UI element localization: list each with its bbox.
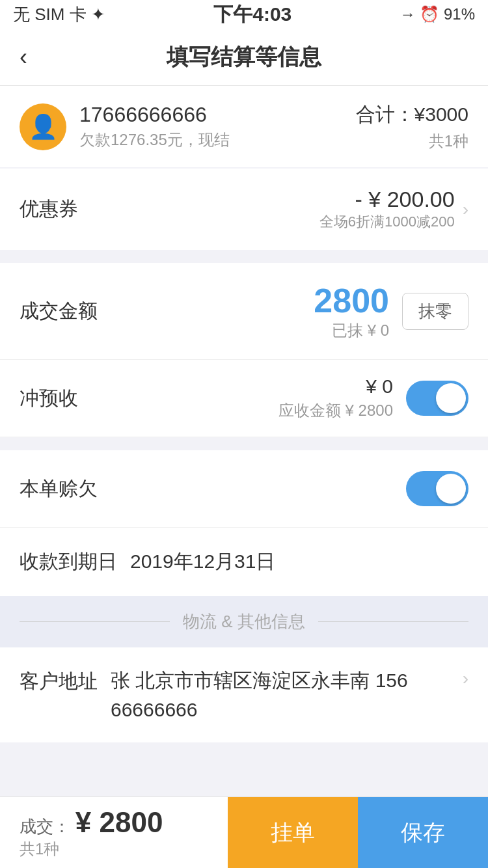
coupon-chevron-icon: › [463,199,468,220]
logistics-divider: 物流 & 其他信息 [0,596,488,647]
round-button[interactable]: 抹零 [402,293,468,330]
address-label: 客户地址 [20,666,98,695]
status-right: → ⏰ 91% [400,5,475,23]
customer-info: 17666666666 欠款1276.35元，现结 [79,103,230,150]
advance-toggle-knob [436,383,466,413]
advance-right: ¥ 0 应收金额 ¥ 2800 [278,375,468,421]
due-date-row: 收款到期日 2019年12月31日 [0,527,488,596]
coupon-discount: - ¥ 200.00 [355,187,455,212]
coupon-label: 优惠券 [20,196,78,223]
debit-toggle[interactable] [406,471,468,506]
coupon-right: - ¥ 200.00 全场6折满1000减200 › [319,187,468,232]
deal-amount-section: 成交金额 2800 已抹 ¥ 0 抹零 冲预收 ¥ 0 应收金额 ¥ 2800 [0,263,488,437]
bottom-summary-label-row: 成交： ¥ 2800 [20,806,208,839]
address-value: 张 北京市市辖区海淀区永丰南 156 66666666 [111,666,463,724]
customer-left: 👤 17666666666 欠款1276.35元，现结 [20,103,230,150]
bottom-summary-label: 成交： [20,817,70,836]
logistics-line-left [20,621,170,622]
nav-title: 填写结算等信息 [167,42,321,72]
status-time: 下午4:03 [213,1,291,28]
hang-button[interactable]: 挂单 [228,797,358,869]
customer-phone: 17666666666 [79,103,230,127]
advance-toggle[interactable] [406,381,468,416]
deal-amount-label: 成交金额 [20,298,98,325]
section-divider-1 [0,250,488,263]
deal-amount-sub: 已抹 ¥ 0 [332,320,389,341]
logistics-line-right [318,621,468,622]
save-button[interactable]: 保存 [358,797,488,869]
avatar-icon: 👤 [29,113,58,141]
advance-label: 冲预收 [20,385,78,412]
advance-amount: ¥ 0 [278,375,393,398]
coupon-row[interactable]: 优惠券 - ¥ 200.00 全场6折满1000减200 › [0,169,488,250]
logistics-label: 物流 & 其他信息 [183,610,305,633]
due-date-label: 收款到期日 [20,549,117,575]
advance-sub: 应收金额 ¥ 2800 [278,400,393,421]
advance-row: 冲预收 ¥ 0 应收金额 ¥ 2800 [0,360,488,437]
bottom-bar: 成交： ¥ 2800 共1种 挂单 保存 [0,796,488,868]
status-bar: 无 SIM 卡 ✦ 下午4:03 → ⏰ 91% [0,0,488,29]
deal-amount-value-area: 2800 已抹 ¥ 0 抹零 [314,281,468,341]
battery-icon: → ⏰ 91% [400,5,475,23]
advance-info: ¥ 0 应收金额 ¥ 2800 [278,375,393,421]
bottom-summary-amount: ¥ 2800 [75,806,163,838]
status-left: 无 SIM 卡 ✦ [13,3,105,26]
total-count: 共1种 [356,131,468,152]
deal-amount-row: 成交金额 2800 已抹 ¥ 0 抹零 [0,263,488,360]
address-row[interactable]: 客户地址 张 北京市市辖区海淀区永丰南 156 66666666 › [0,647,488,742]
debit-toggle-knob [436,474,466,504]
coupon-description: 全场6折满1000减200 [319,212,455,232]
section-divider-2 [0,437,488,450]
deal-amount-value: 2800 [314,281,389,320]
avatar: 👤 [20,103,66,150]
debit-label: 本单赊欠 [20,476,98,502]
address-chevron-icon: › [463,666,468,689]
nav-bar: ‹ 填写结算等信息 [0,29,488,86]
bottom-summary-count: 共1种 [20,839,208,860]
customer-debt: 欠款1276.35元，现结 [79,129,230,150]
total-amount: 合计：¥3000 [356,102,468,128]
debit-row: 本单赊欠 [0,450,488,527]
due-date-value: 2019年12月31日 [130,549,275,575]
sim-status: 无 SIM 卡 ✦ [13,3,105,26]
customer-card: 👤 17666666666 欠款1276.35元，现结 合计：¥3000 共1种 [0,86,488,167]
debit-section: 本单赊欠 收款到期日 2019年12月31日 [0,450,488,596]
back-button[interactable]: ‹ [20,44,27,71]
bottom-summary: 成交： ¥ 2800 共1种 [0,806,228,860]
customer-right: 合计：¥3000 共1种 [356,102,468,152]
